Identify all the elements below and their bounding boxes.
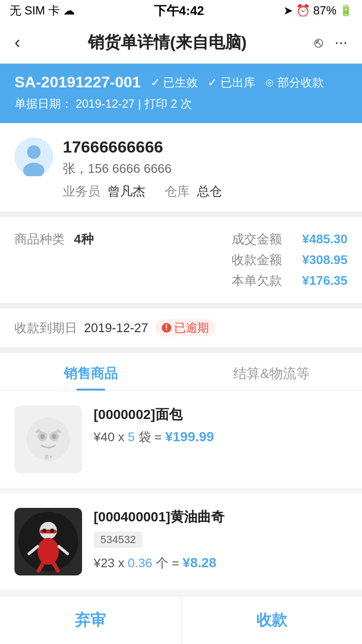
overdue-text: 已逾期 bbox=[174, 320, 209, 336]
warehouse-label: 仓库 bbox=[165, 184, 190, 198]
more-button[interactable]: ··· bbox=[334, 33, 348, 51]
amount-row: 成交金额 ¥485.30 bbox=[232, 231, 348, 248]
svg-point-13 bbox=[38, 538, 59, 565]
sales-value: 曾凡杰 bbox=[108, 184, 145, 198]
bread-svg: 兽+ bbox=[24, 415, 72, 463]
badge-effective: ✓ 已生效 bbox=[151, 75, 198, 90]
battery-status: 87% bbox=[313, 4, 336, 17]
order-id: SA-20191227-001 bbox=[14, 73, 141, 91]
stats-section: 商品种类 4种 成交金额 ¥485.30 收款金额 ¥308.95 本单欠款 ¥… bbox=[0, 217, 362, 308]
warehouse-value: 总仓 bbox=[197, 184, 222, 198]
avatar-svg bbox=[14, 138, 53, 176]
product-types: 商品种类 4种 bbox=[14, 231, 94, 248]
customer-avatar bbox=[14, 138, 53, 176]
stats-right: 成交金额 ¥485.30 收款金额 ¥308.95 本单欠款 ¥176.35 bbox=[232, 231, 348, 289]
stats-left: 商品种类 4种 bbox=[14, 231, 94, 289]
customer-meta: 业务员 曾凡杰 仓库 总仓 bbox=[63, 183, 348, 200]
product-card-cookie: [000400001]黄油曲奇 534532 ¥23 x 0.36 个 = ¥8… bbox=[0, 493, 362, 590]
status-bar: 无 SIM 卡 ☁ 下午4:42 ➤ ⏰ 87% 🔋 bbox=[0, 0, 362, 21]
product-info-cookie: [000400001]黄油曲奇 534532 ¥23 x 0.36 个 = ¥8… bbox=[94, 508, 348, 572]
due-section: 收款到期日 2019-12-27 ! 已逾期 bbox=[0, 308, 362, 353]
status-left: 无 SIM 卡 ☁ bbox=[10, 3, 75, 18]
tabs-section: 销售商品 结算&物流等 bbox=[0, 353, 362, 391]
product-name-cookie: [000400001]黄油曲奇 bbox=[94, 508, 348, 526]
overdue-badge: ! 已逾期 bbox=[155, 319, 216, 336]
nav-actions: ⎋ ··· bbox=[314, 33, 348, 51]
owed-row: 本单欠款 ¥176.35 bbox=[232, 272, 348, 289]
svg-point-6 bbox=[40, 434, 45, 439]
battery-icon: 🔋 bbox=[339, 4, 352, 17]
status-time: 下午4:42 bbox=[154, 2, 204, 19]
product-card-bread: 兽+ [0000002]面包 ¥40 x 5 袋 = ¥199.99 bbox=[0, 391, 362, 488]
due-label: 收款到期日 bbox=[14, 320, 77, 336]
product-info-bread: [0000002]面包 ¥40 x 5 袋 = ¥199.99 bbox=[94, 406, 348, 446]
bottom-bar: 弃审 收款 bbox=[0, 596, 362, 644]
product-name-bread: [0000002]面包 bbox=[94, 406, 348, 424]
product-list: 兽+ [0000002]面包 ¥40 x 5 袋 = ¥199.99 bbox=[0, 391, 362, 590]
back-button[interactable]: ‹ bbox=[14, 32, 20, 53]
customer-info: 17666666666 张，156 6666 6666 业务员 曾凡杰 仓库 总… bbox=[63, 138, 348, 200]
customer-name: 17666666666 bbox=[63, 138, 348, 156]
order-header: SA-20191227-001 ✓ 已生效 ✓ 已出库 ⊙ 部分收款 单据日期：… bbox=[0, 64, 362, 123]
svg-point-7 bbox=[52, 434, 56, 439]
share-button[interactable]: ⎋ bbox=[314, 34, 323, 51]
svg-point-15 bbox=[42, 529, 46, 532]
customer-phone: 张，156 6666 6666 bbox=[63, 160, 348, 177]
product-tag-cookie: 534532 bbox=[94, 532, 142, 548]
customer-section: 17666666666 张，156 6666 6666 业务员 曾凡杰 仓库 总… bbox=[0, 123, 362, 217]
collected-row: 收款金额 ¥308.95 bbox=[232, 252, 348, 268]
cookie-svg bbox=[17, 510, 80, 573]
due-date: 2019-12-27 bbox=[84, 321, 148, 336]
badge-shipped: ✓ 已出库 bbox=[208, 75, 255, 90]
badge-partial: ⊙ 部分收款 bbox=[265, 75, 324, 90]
location-icon: ➤ bbox=[283, 4, 293, 17]
collect-button[interactable]: 收款 bbox=[181, 596, 362, 644]
sim-status: 无 SIM 卡 ☁ bbox=[10, 3, 75, 18]
product-price-bread: ¥40 x 5 袋 = ¥199.99 bbox=[94, 429, 348, 446]
nav-bar: ‹ 销货单详情(来自电脑) ⎋ ··· bbox=[0, 21, 362, 64]
sales-label: 业务员 bbox=[63, 184, 100, 198]
product-image-cookie bbox=[14, 508, 82, 575]
order-date: 单据日期： 2019-12-27 | 打印 2 次 bbox=[14, 96, 348, 112]
product-price-cookie: ¥23 x 0.36 个 = ¥8.28 bbox=[94, 555, 348, 572]
tab-products[interactable]: 销售商品 bbox=[0, 353, 181, 391]
product-image-bread: 兽+ bbox=[14, 406, 82, 473]
alarm-icon: ⏰ bbox=[296, 4, 310, 17]
overdue-dot-icon: ! bbox=[162, 323, 171, 333]
svg-point-1 bbox=[27, 145, 41, 159]
order-id-row: SA-20191227-001 ✓ 已生效 ✓ 已出库 ⊙ 部分收款 bbox=[14, 73, 348, 91]
status-right: ➤ ⏰ 87% 🔋 bbox=[283, 4, 352, 17]
tab-settlement[interactable]: 结算&物流等 bbox=[181, 353, 362, 391]
svg-point-16 bbox=[50, 529, 54, 532]
page-title: 销货单详情(来自电脑) bbox=[88, 31, 247, 54]
svg-text:兽+: 兽+ bbox=[44, 454, 52, 460]
reject-button[interactable]: 弃审 bbox=[0, 596, 181, 644]
